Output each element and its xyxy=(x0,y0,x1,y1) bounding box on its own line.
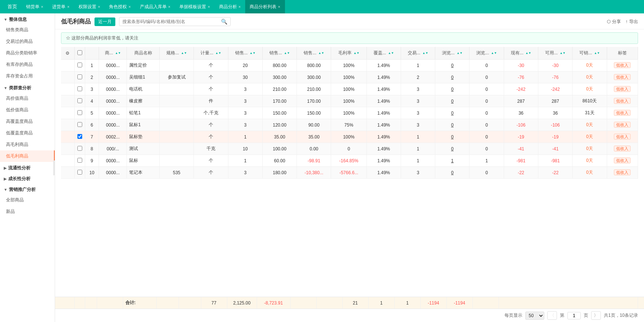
sidebar-item-low-value[interactable]: 低价值商品 xyxy=(0,104,55,116)
nav-close-template-settings[interactable]: × xyxy=(208,4,210,9)
row-views1[interactable]: 0 xyxy=(435,107,470,119)
row-checkbox[interactable] xyxy=(77,170,82,175)
th-sales-qty[interactable]: 销售... ▲▼ xyxy=(228,47,262,60)
sidebar-item-traded-goods[interactable]: 交易过的商品 xyxy=(0,36,55,47)
sort-icon-code[interactable]: ▲▼ xyxy=(115,52,121,55)
per-page-select[interactable]: 50 20 100 xyxy=(525,312,544,320)
th-sales-amt[interactable]: 销售... ▲▼ xyxy=(262,47,297,60)
sidebar-group-marketing[interactable]: ▼ 营销推广分析 xyxy=(0,184,55,194)
sidebar-item-stock-capital[interactable]: 库存资金占用 xyxy=(0,70,55,82)
th-available[interactable]: 可用... ▲▼ xyxy=(538,47,573,60)
row-checkbox-cell[interactable] xyxy=(74,155,85,167)
nav-product-analysis[interactable]: 商品分析 × xyxy=(215,0,245,13)
sidebar-item-in-stock[interactable]: 有库存的商品 xyxy=(0,59,55,70)
sidebar-item-low-coverage[interactable]: 低覆盖度商品 xyxy=(0,127,55,139)
nav-close-permission[interactable]: × xyxy=(98,4,100,9)
row-views1[interactable]: 0 xyxy=(435,60,470,71)
row-views1[interactable]: 0 xyxy=(435,143,470,155)
sort-icon-transactions[interactable]: ▲▼ xyxy=(422,52,428,55)
row-views1[interactable]: 0 xyxy=(435,71,470,83)
nav-template-settings[interactable]: 单据模板设置 × xyxy=(175,0,214,13)
row-checkbox[interactable] xyxy=(77,98,82,103)
nav-sales-order[interactable]: 销货单 × xyxy=(22,0,48,13)
sort-icon-coverage[interactable]: ▲▼ xyxy=(388,52,394,55)
row-checkbox-cell[interactable] xyxy=(74,71,85,83)
th-views2[interactable]: 浏览... ▲▼ xyxy=(470,47,504,60)
sort-icon-views2[interactable]: ▲▼ xyxy=(491,52,497,55)
search-icon[interactable]: 🔍 xyxy=(221,19,227,25)
period-button[interactable]: 近一月 xyxy=(94,17,115,26)
th-code[interactable]: 商... ▲▼ xyxy=(99,47,127,60)
th-checkbox[interactable] xyxy=(74,47,85,60)
th-settings[interactable]: ⚙ xyxy=(61,47,74,60)
nav-permission[interactable]: 权限设置 × xyxy=(74,0,105,13)
sidebar-item-all-goods[interactable]: 全部商品 xyxy=(0,194,55,206)
sort-icon-sellable[interactable]: ▲▼ xyxy=(594,52,600,55)
row-checkbox[interactable] xyxy=(77,158,82,163)
row-checkbox[interactable] xyxy=(77,146,82,151)
row-checkbox[interactable] xyxy=(77,134,82,139)
row-views1[interactable]: 0 xyxy=(435,131,470,143)
th-spec[interactable]: 规格... ▲▼ xyxy=(160,47,194,60)
sidebar-item-category-sales[interactable]: 商品分类助销率 xyxy=(0,47,55,59)
nav-close-purchase-order[interactable]: × xyxy=(67,4,69,9)
nav-close-role-auth[interactable]: × xyxy=(128,4,131,9)
th-unit[interactable]: 计量... ▲▼ xyxy=(194,47,228,60)
row-views1[interactable]: 0 xyxy=(435,119,470,131)
sidebar-group-overview[interactable]: ▼ 整体信息 xyxy=(0,13,55,24)
row-checkbox-cell[interactable] xyxy=(74,95,85,107)
sidebar-group-growth[interactable]: ▶ 成长性分析 xyxy=(0,173,55,184)
row-checkbox-cell[interactable] xyxy=(74,143,85,155)
row-views1[interactable]: 1 xyxy=(435,155,470,167)
row-views1[interactable]: 0 xyxy=(435,167,470,179)
row-checkbox[interactable] xyxy=(77,86,82,91)
sort-icon-unit[interactable]: ▲▼ xyxy=(215,52,221,55)
row-checkbox-cell[interactable] xyxy=(74,167,85,179)
sidebar-item-low-margin[interactable]: 低毛利商品 xyxy=(0,150,55,162)
nav-product-analysis-list[interactable]: 商品分析列表 × xyxy=(245,0,285,13)
sort-icon-current-stock[interactable]: ▲▼ xyxy=(525,52,531,55)
sort-icon-views1[interactable]: ▲▼ xyxy=(457,52,463,55)
export-button[interactable]: ↑ 导出 xyxy=(625,19,638,25)
sidebar-item-new-goods[interactable]: 新品 xyxy=(0,206,55,217)
nav-close-product-analysis-list[interactable]: × xyxy=(278,4,280,9)
row-checkbox-cell[interactable] xyxy=(74,119,85,131)
next-page-btn[interactable]: 〉 xyxy=(591,311,601,320)
th-sales-profit[interactable]: 销售... ▲▼ xyxy=(297,47,331,60)
row-checkbox[interactable] xyxy=(77,74,82,79)
sort-icon-available[interactable]: ▲▼ xyxy=(560,52,565,55)
sidebar-group-cluster[interactable]: ▼ 类群查分析 xyxy=(0,82,55,93)
sidebar-item-high-value[interactable]: 高价值商品 xyxy=(0,93,55,104)
sort-icon-sales-amt[interactable]: ▲▼ xyxy=(284,52,290,55)
row-checkbox-cell[interactable] xyxy=(74,107,85,119)
row-checkbox-cell[interactable] xyxy=(74,131,85,143)
th-coverage[interactable]: 覆盖... ▲▼ xyxy=(366,47,401,60)
sidebar-item-high-margin[interactable]: 高毛利商品 xyxy=(0,139,55,150)
nav-close-product-analysis[interactable]: × xyxy=(238,4,241,9)
share-button[interactable]: ⬡ 分享 xyxy=(607,19,621,25)
row-views1[interactable]: 0 xyxy=(435,83,470,95)
sort-icon-sales-qty[interactable]: ▲▼ xyxy=(250,52,256,55)
nav-product-storage[interactable]: 产成品入库单 × xyxy=(135,0,175,13)
th-views1[interactable]: 浏览... ▲▼ xyxy=(435,47,470,60)
sort-icon-profit-rate[interactable]: ▲▼ xyxy=(353,52,359,55)
nav-role-auth[interactable]: 角色授权 × xyxy=(105,0,135,13)
sidebar-group-flow[interactable]: ▶ 流通性分析 xyxy=(0,162,55,173)
th-current-stock[interactable]: 现有... ▲▼ xyxy=(504,47,538,60)
th-name[interactable]: 商品名称 xyxy=(127,47,160,60)
sort-icon-sales-profit[interactable]: ▲▼ xyxy=(318,52,324,55)
sidebar-item-high-coverage[interactable]: 高覆盖度商品 xyxy=(0,116,55,127)
sidebar-collapse-button[interactable]: 《 xyxy=(53,160,55,175)
sidebar-item-sales-goods[interactable]: 销售类商品 xyxy=(0,24,55,36)
row-views1[interactable]: 0 xyxy=(435,95,470,107)
th-sellable[interactable]: 可销... ▲▼ xyxy=(573,47,607,60)
select-all-checkbox[interactable] xyxy=(77,50,82,55)
row-checkbox[interactable] xyxy=(77,63,82,67)
search-input[interactable] xyxy=(122,19,221,24)
nav-close-product-storage[interactable]: × xyxy=(168,4,170,9)
th-profit-rate[interactable]: 毛利率 ▲▼ xyxy=(331,47,366,60)
th-transactions[interactable]: 交易... ▲▼ xyxy=(401,47,435,60)
page-input[interactable] xyxy=(567,312,581,319)
sort-icon-spec[interactable]: ▲▼ xyxy=(181,52,187,55)
row-checkbox[interactable] xyxy=(77,122,82,127)
